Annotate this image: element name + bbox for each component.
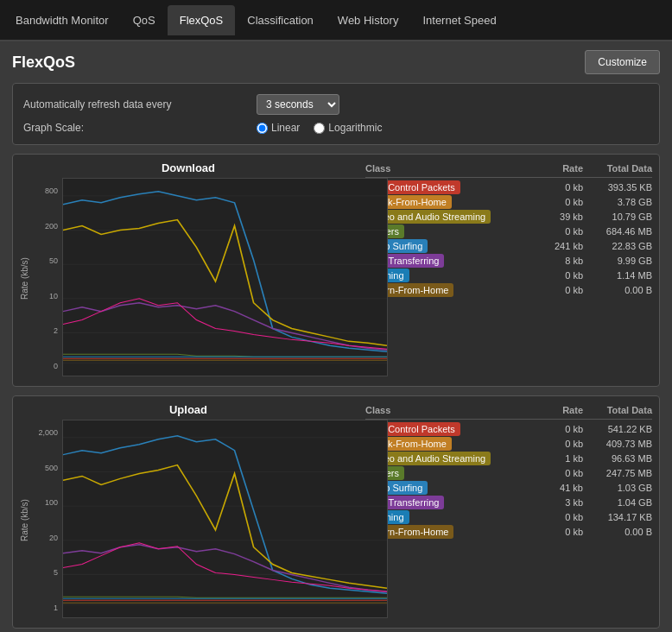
download-ytick-4: 2 xyxy=(31,326,60,335)
legend-row: Gaming 0 kb 134.17 KB xyxy=(365,511,652,523)
top-navigation: Bandwidth Monitor QoS FlexQoS Classifica… xyxy=(0,0,672,41)
legend-total: 541.22 KB xyxy=(583,424,652,434)
upload-chart-wrap: Rate (kb/s) 2,000 500 100 20 5 1 xyxy=(20,420,357,621)
download-ytick-5: 0 xyxy=(31,362,60,370)
legend-rate: 0 kb xyxy=(531,182,583,193)
legend-total: 134.17 KB xyxy=(583,512,652,522)
legend-row: Work-From-Home 0 kb 409.73 MB xyxy=(365,438,652,450)
legend-total: 96.63 MB xyxy=(583,453,652,464)
legend-total: 1.04 GB xyxy=(583,497,652,508)
scale-radio-group: Linear Logarithmic xyxy=(257,122,382,134)
tab-classification[interactable]: Classification xyxy=(235,5,326,35)
scale-linear-text: Linear xyxy=(271,122,300,134)
legend-row: Web Surfing 41 kb 1.03 GB xyxy=(365,482,652,494)
upload-ytick-1: 500 xyxy=(31,464,60,472)
upload-ytick-4: 5 xyxy=(31,568,60,577)
legend-rate: 0 kb xyxy=(531,468,583,478)
legend-total: 684.46 MB xyxy=(583,226,652,237)
legend-row: Others 0 kb 684.46 MB xyxy=(365,225,652,237)
refresh-label: Automatically refresh data every xyxy=(23,98,257,111)
tab-flexqos[interactable]: FlexQoS xyxy=(168,5,236,35)
download-chart-svg xyxy=(62,178,388,376)
upload-chart-container: Upload Rate (kb/s) 2,000 500 100 20 5 1 xyxy=(20,403,357,621)
upload-class-header: Class xyxy=(365,405,531,415)
upload-chart-svg xyxy=(62,420,388,618)
legend-rate: 0 kb xyxy=(531,226,583,237)
legend-row: Net Control Packets 0 kb 541.22 KB xyxy=(365,423,652,435)
scale-logarithmic-label[interactable]: Logarithmic xyxy=(314,122,382,134)
legend-row: Learn-From-Home 0 kb 0.00 B xyxy=(365,526,652,538)
legend-row: Net Control Packets 0 kb 393.35 KB xyxy=(365,181,652,193)
legend-total: 3.78 GB xyxy=(583,197,652,207)
legend-rate: 0 kb xyxy=(531,424,583,434)
legend-rate: 41 kb xyxy=(531,483,583,493)
upload-ytick-5: 1 xyxy=(31,604,60,612)
upload-ytick-0: 2,000 xyxy=(31,428,60,437)
upload-legend: Class Rate Total Data Net Control Packet… xyxy=(365,403,652,621)
legend-row: Work-From-Home 0 kb 3.78 GB xyxy=(365,196,652,208)
legend-total: 10.79 GB xyxy=(583,212,652,222)
download-class-header: Class xyxy=(365,163,531,174)
tab-qos[interactable]: QoS xyxy=(121,5,168,35)
customize-button[interactable]: Customize xyxy=(585,50,660,74)
upload-ytick-2: 100 xyxy=(31,498,60,507)
upload-chart-area: 2,000 500 100 20 5 1 xyxy=(31,420,357,621)
scale-linear-radio[interactable] xyxy=(257,123,268,134)
download-total-header: Total Data xyxy=(583,163,652,174)
scale-linear-label[interactable]: Linear xyxy=(257,122,300,134)
legend-rate: 0 kb xyxy=(531,197,583,207)
main-content: FlexQoS Customize Automatically refresh … xyxy=(0,41,672,632)
legend-rate: 0 kb xyxy=(531,270,583,281)
legend-total: 22.83 GB xyxy=(583,241,652,251)
upload-ytick-3: 20 xyxy=(31,534,60,542)
legend-rate: 0 kb xyxy=(531,285,583,295)
legend-total: 0.00 B xyxy=(583,527,652,537)
legend-total: 1.03 GB xyxy=(583,483,652,493)
upload-rate-header: Rate xyxy=(531,405,583,415)
legend-rate: 0 kb xyxy=(531,527,583,537)
upload-title: Upload xyxy=(20,403,357,416)
upload-section: Upload Rate (kb/s) 2,000 500 100 20 5 1 xyxy=(12,395,660,629)
download-legend-rows: Net Control Packets 0 kb 393.35 KB Work-… xyxy=(365,181,652,296)
download-ytick-0: 800 xyxy=(31,186,60,195)
legend-rate: 0 kb xyxy=(531,512,583,522)
download-legend: Class Rate Total Data Net Control Packet… xyxy=(365,161,652,379)
header-bar: FlexQoS Customize xyxy=(12,50,660,74)
scale-logarithmic-text: Logarithmic xyxy=(328,122,382,134)
scale-label: Graph Scale: xyxy=(23,122,257,134)
download-title: Download xyxy=(20,161,357,174)
scale-row: Graph Scale: Linear Logarithmic xyxy=(23,118,649,137)
download-ytick-1: 200 xyxy=(31,222,60,231)
download-chart-area: 800 200 50 10 2 0 xyxy=(31,178,357,379)
tab-internet-speed[interactable]: Internet Speed xyxy=(410,5,508,35)
download-ytick-2: 50 xyxy=(31,256,60,265)
legend-rate: 0 kb xyxy=(531,439,583,449)
upload-legend-header: Class Rate Total Data xyxy=(365,403,652,420)
upload-y-label: Rate (kb/s) xyxy=(20,420,29,621)
page-title: FlexQoS xyxy=(12,54,75,72)
download-legend-header: Class Rate Total Data xyxy=(365,161,652,178)
settings-panel: Automatically refresh data every 1 secon… xyxy=(12,83,660,145)
refresh-select[interactable]: 1 second 2 seconds 3 seconds 5 seconds 1… xyxy=(257,94,339,115)
legend-row: File Transferring 8 kb 9.99 GB xyxy=(365,255,652,267)
upload-legend-rows: Net Control Packets 0 kb 541.22 KB Work-… xyxy=(365,423,652,538)
legend-row: Others 0 kb 247.75 MB xyxy=(365,467,652,479)
legend-rate: 241 kb xyxy=(531,241,583,251)
download-chart-container: Download Rate (kb/s) 800 200 50 10 2 0 xyxy=(20,161,357,379)
legend-rate: 39 kb xyxy=(531,212,583,222)
download-rate-header: Rate xyxy=(531,163,583,174)
legend-total: 9.99 GB xyxy=(583,256,652,266)
download-chart-wrap: Rate (kb/s) 800 200 50 10 2 0 xyxy=(20,178,357,379)
tab-web-history[interactable]: Web History xyxy=(326,5,411,35)
legend-row: Video and Audio Streaming 1 kb 96.63 MB xyxy=(365,452,652,465)
scale-logarithmic-radio[interactable] xyxy=(314,123,325,134)
legend-row: Gaming 0 kb 1.14 MB xyxy=(365,269,652,281)
upload-total-header: Total Data xyxy=(583,405,652,415)
legend-total: 0.00 B xyxy=(583,285,652,295)
download-section: Download Rate (kb/s) 800 200 50 10 2 0 xyxy=(12,154,660,387)
legend-rate: 3 kb xyxy=(531,497,583,508)
legend-row: Learn-From-Home 0 kb 0.00 B xyxy=(365,284,652,296)
legend-rate: 1 kb xyxy=(531,453,583,464)
tab-bandwidth-monitor[interactable]: Bandwidth Monitor xyxy=(3,5,121,35)
legend-total: 393.35 KB xyxy=(583,182,652,193)
